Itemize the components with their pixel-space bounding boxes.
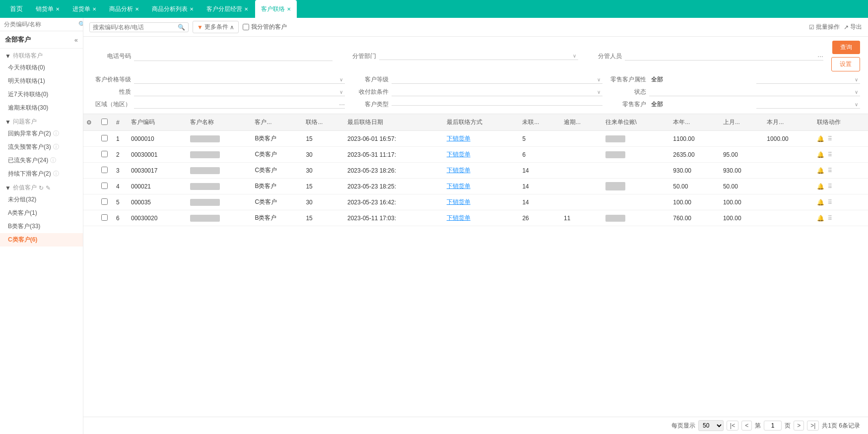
- filter-payment-select[interactable]: ∨: [392, 88, 602, 96]
- filter-retail-customer-select[interactable]: ∨: [756, 101, 861, 109]
- filter-status-select[interactable]: ∨: [649, 88, 860, 96]
- my-customers-checkbox[interactable]: [243, 24, 249, 30]
- filter-person-dots[interactable]: ···: [817, 52, 823, 60]
- action-bell-icon-5[interactable]: 🔔: [817, 215, 824, 222]
- sidebar-item-7days[interactable]: 近7天待联络(0): [0, 88, 83, 101]
- cell-last-method-5[interactable]: 下销货单: [444, 210, 520, 226]
- action-grid-icon-2[interactable]: ⠿: [828, 167, 832, 174]
- contact-method-link-0[interactable]: 下销货单: [447, 135, 470, 142]
- filter-dept-select[interactable]: ∨: [379, 52, 578, 60]
- cell-check-3[interactable]: [98, 179, 113, 194]
- sidebar-item-churned[interactable]: 已流失客户(24) ⓘ: [0, 154, 83, 167]
- filter-retail-attr-select[interactable]: ∨: [756, 76, 861, 84]
- cell-check-1[interactable]: [98, 147, 113, 163]
- row-checkbox-4[interactable]: [101, 198, 108, 205]
- edit-icon[interactable]: ✎: [46, 185, 51, 191]
- select-all-checkbox[interactable]: [101, 119, 108, 125]
- nav-customer-seg-close[interactable]: ✕: [244, 6, 248, 12]
- set-button[interactable]: 设置: [831, 57, 860, 71]
- filter-customer-grade-select[interactable]: ∨: [392, 76, 602, 84]
- filter-region-dots[interactable]: ···: [339, 100, 345, 108]
- cell-check-2[interactable]: [98, 163, 113, 179]
- row-checkbox-5[interactable]: [101, 214, 108, 221]
- search-icon[interactable]: 🔍: [178, 24, 185, 31]
- cell-last-method-0[interactable]: 下销货单: [444, 131, 520, 147]
- cell-check-0[interactable]: [98, 131, 113, 147]
- contact-method-link-2[interactable]: 下销货单: [447, 167, 470, 174]
- action-grid-icon-0[interactable]: ⠿: [828, 135, 832, 142]
- sidebar-item-class-b[interactable]: B类客户(33): [0, 220, 83, 233]
- nav-customer-contact[interactable]: 客户联络 ✕: [255, 0, 297, 18]
- cell-last-method-2[interactable]: 下销货单: [444, 163, 520, 179]
- cell-last-method-4[interactable]: 下销货单: [444, 194, 520, 210]
- nav-purchase[interactable]: 进货单 ✕: [67, 0, 102, 18]
- filter-customer-type-select[interactable]: [392, 103, 602, 106]
- refresh-icon[interactable]: ↻: [39, 185, 44, 191]
- cell-action-2[interactable]: 🔔 ⠿: [814, 163, 868, 179]
- nav-product-list-close[interactable]: ✕: [190, 6, 194, 12]
- filter-nature-select[interactable]: ∨: [134, 88, 345, 96]
- prev-page-btn[interactable]: <: [741, 421, 752, 431]
- row-checkbox-0[interactable]: [101, 135, 108, 141]
- action-bell-icon-4[interactable]: 🔔: [817, 199, 824, 206]
- filter-value-grade-select[interactable]: ∨: [134, 76, 345, 84]
- contact-method-link-4[interactable]: 下销货单: [447, 198, 470, 205]
- action-grid-icon-4[interactable]: ⠿: [828, 199, 832, 206]
- nav-purchase-close[interactable]: ✕: [92, 6, 96, 12]
- nav-customer-segmentation[interactable]: 客户分层经营 ✕: [200, 0, 254, 18]
- nav-sales[interactable]: 销货单 ✕: [30, 0, 66, 18]
- action-grid-icon-1[interactable]: ⠿: [828, 151, 832, 158]
- contact-method-link-1[interactable]: 下销货单: [447, 151, 470, 158]
- nav-home[interactable]: 首页: [4, 0, 29, 18]
- row-checkbox-2[interactable]: [101, 167, 108, 173]
- sidebar-item-class-c[interactable]: C类客户(6): [0, 233, 83, 247]
- my-customers-checkbox-label[interactable]: 我分管的客户: [243, 23, 287, 31]
- next-page-btn[interactable]: >: [794, 421, 804, 431]
- sidebar-item-repurchase-abnormal[interactable]: 回购异常客户(2) ⓘ: [0, 127, 83, 140]
- export-btn[interactable]: ↗ 导出: [844, 23, 862, 31]
- sidebar-item-overdue[interactable]: 逾期未联络(30): [0, 101, 83, 115]
- cell-check-4[interactable]: [98, 194, 113, 210]
- sidebar-item-tomorrow[interactable]: 明天待联络(1): [0, 74, 83, 88]
- filter-phone-input[interactable]: [134, 52, 333, 61]
- action-bell-icon-3[interactable]: 🔔: [817, 183, 824, 190]
- cell-action-1[interactable]: 🔔 ⠿: [814, 147, 868, 163]
- sidebar-item-ungrouped[interactable]: 未分组(32): [0, 193, 83, 206]
- nav-customer-contact-close[interactable]: ✕: [287, 6, 291, 12]
- search-input[interactable]: [93, 24, 178, 31]
- sidebar-all-customers[interactable]: 全部客户 «: [0, 31, 83, 49]
- row-checkbox-1[interactable]: [101, 151, 108, 157]
- nav-product-list[interactable]: 商品分析列表 ✕: [146, 0, 200, 18]
- action-bell-icon-1[interactable]: 🔔: [817, 151, 824, 158]
- nav-product-analysis[interactable]: 商品分析 ✕: [103, 0, 145, 18]
- row-checkbox-3[interactable]: [101, 183, 108, 189]
- contact-method-link-3[interactable]: 下销货单: [447, 183, 470, 189]
- nav-product-analysis-close[interactable]: ✕: [135, 6, 139, 12]
- sidebar-item-churn-warning[interactable]: 流失预警客户(3) ⓘ: [0, 140, 83, 154]
- contact-method-link-5[interactable]: 下销货单: [447, 214, 470, 221]
- action-grid-icon-3[interactable]: ⠿: [828, 183, 832, 190]
- more-conditions-btn[interactable]: ▼ 更多条件 ∧: [193, 21, 239, 33]
- sidebar-search-icon[interactable]: 🔍: [78, 21, 83, 28]
- query-button[interactable]: 查询: [832, 41, 860, 54]
- cell-action-3[interactable]: 🔔 ⠿: [814, 179, 868, 194]
- page-number-input[interactable]: [764, 421, 782, 431]
- sidebar-search-input[interactable]: [4, 21, 78, 28]
- cell-action-4[interactable]: 🔔 ⠿: [814, 194, 868, 210]
- cell-action-0[interactable]: 🔔 ⠿: [814, 131, 868, 147]
- nav-sales-close[interactable]: ✕: [56, 6, 60, 12]
- cell-check-5[interactable]: [98, 210, 113, 226]
- cell-action-5[interactable]: 🔔 ⠿: [814, 210, 868, 226]
- th-settings[interactable]: ⚙: [83, 114, 98, 131]
- batch-operation-btn[interactable]: ☑ 批量操作: [809, 23, 840, 31]
- action-bell-icon-2[interactable]: 🔔: [817, 167, 824, 174]
- last-page-btn[interactable]: >|: [807, 421, 819, 431]
- cell-last-method-3[interactable]: 下销货单: [444, 179, 520, 194]
- action-grid-icon-5[interactable]: ⠿: [828, 215, 832, 222]
- cell-last-method-1[interactable]: 下销货单: [444, 147, 520, 163]
- sidebar-item-declining[interactable]: 持续下滑客户(2) ⓘ: [0, 167, 83, 181]
- action-bell-icon-0[interactable]: 🔔: [817, 135, 824, 142]
- sidebar-collapse-icon[interactable]: «: [74, 36, 78, 44]
- sidebar-item-class-a[interactable]: A类客户(1): [0, 206, 83, 220]
- per-page-select[interactable]: 50 100 200: [698, 420, 724, 431]
